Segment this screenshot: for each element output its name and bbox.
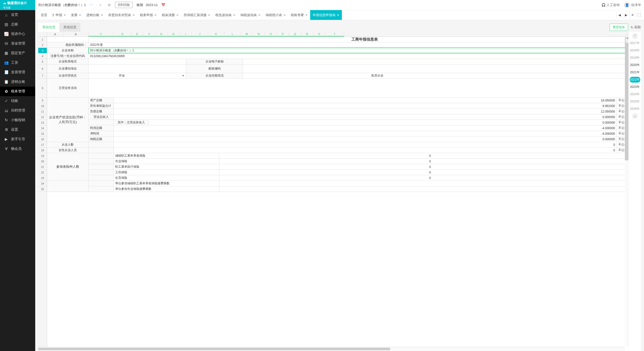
sidebar-item[interactable]: 🗂归档管理 [0,106,35,115]
contact-email-value[interactable] [243,59,641,64]
year-item[interactable]: 2024年 [630,91,640,97]
col-header[interactable]: D [114,32,131,37]
col-header[interactable]: I [180,32,192,37]
col-header[interactable]: B [63,32,89,37]
asset-value[interactable]: 9.992000 [114,103,617,109]
tab[interactable]: 税检专家✕ [288,10,310,20]
col-header[interactable]: E [131,32,143,37]
tabs-prev-button[interactable]: ◀ [616,12,622,18]
tab[interactable]: 税表清册✕ [159,10,181,20]
employee-count-value[interactable]: 0 [114,142,617,147]
inner-tab[interactable]: 其他信息 [59,23,80,32]
horizontal-scrollbar[interactable] [38,347,625,351]
sidebar-item[interactable]: ⛁资金管理 [0,39,35,48]
close-icon[interactable]: ✕ [258,13,261,17]
sidebar-item[interactable]: ⌂首页 [0,10,35,20]
reg-no-value[interactable]: 91320811MA7NGR2W6R [89,53,641,59]
col-header[interactable]: O [265,32,277,37]
gear-icon[interactable]: ⚙ [106,3,112,7]
sidebar-item[interactable]: 📋进销台账 [0,77,35,87]
tab[interactable]: 纟申报✕ [50,10,68,20]
asset-value[interactable]: 18.050000 [114,98,617,103]
close-icon[interactable]: ✕ [176,13,179,17]
company-name-cell[interactable]: 刘小艳演示账套（勿删勿动！）1 [89,48,641,53]
sidebar-item[interactable]: ✓结账 [0,96,35,106]
col-header[interactable]: J [192,32,208,37]
year-item[interactable]: 2021年 [630,69,640,75]
tabs-close-button[interactable]: ✕ [629,12,635,18]
col-header[interactable]: C [89,32,114,37]
inner-tab[interactable]: 基础信息 [38,23,59,32]
address-value[interactable] [89,64,186,73]
female-count-value[interactable]: 0 [114,148,617,153]
col-header[interactable]: K [208,32,224,37]
col-header[interactable]: G [155,32,168,37]
col-header[interactable]: S [313,32,325,37]
insurance-value[interactable]: 0 [219,159,641,164]
status-dropdown[interactable]: 开业▼ [89,73,186,78]
plus-icon[interactable]: ＋ [97,3,104,7]
select-all-corner[interactable] [38,32,47,37]
close-icon[interactable]: ✕ [337,13,339,17]
close-icon[interactable]: ✕ [233,13,235,17]
collapse-rail-button[interactable]: ◀ [626,33,629,43]
reset-report-button[interactable]: 重置报表 [610,24,628,31]
year-item[interactable]: 2026年 [630,106,640,112]
grid-body[interactable]: 工商年报信息表 税款所属期间： 2022年度 企业名称 刘小艳演示账套（勿删勿动… [47,37,641,347]
tab[interactable]: 发票✕ [68,10,84,20]
base-value[interactable]: 0.000000 [219,186,641,192]
year-item[interactable]: 2020年 [630,62,640,68]
base-value[interactable]: 0.000000 [219,181,641,186]
chevron-down-icon[interactable]: ﹀ [88,3,95,7]
sidebar-item[interactable]: 👥工资 [0,58,35,67]
account-selector[interactable]: 刘小艳演示账套（勿删勿动！）1 [38,3,86,7]
tab[interactable]: 存货别名对照表✕ [106,10,137,20]
sidebar-item[interactable]: 📈报表中心 [0,29,35,39]
tab[interactable]: 税务申报✕ [137,10,159,20]
close-icon[interactable]: ✕ [305,13,308,17]
user-menu[interactable]: 👤 徐泽华 [624,2,641,8]
tab[interactable]: 纳税波动表✕ [238,10,263,20]
col-header[interactable]: P [277,32,289,37]
close-icon[interactable]: ✕ [79,13,81,17]
postcode-value[interactable] [243,64,641,73]
sidebar-item[interactable]: ∀畅会员 [0,144,35,154]
insurance-value[interactable]: 0 [219,164,641,169]
close-icon[interactable]: ✕ [208,13,210,17]
sidebar-item[interactable]: ▶新手引导 [0,134,35,144]
tabs-next-button[interactable]: ▶ [623,12,629,18]
support-link[interactable]: 🎧 人工咨询 [601,3,620,7]
scroll-up-button[interactable]: ⌃ [632,33,638,39]
old-version-button[interactable]: 切到旧版 [115,2,133,8]
year-item[interactable]: 2018年 [630,48,640,53]
sidebar-item[interactable]: ↻小畅报销 [0,115,35,125]
sidebar-item[interactable]: ▤总账 [0,20,35,29]
col-header[interactable]: H [168,32,180,37]
tab[interactable]: 纳税统计表✕ [263,10,288,20]
insurance-value[interactable]: 0 [219,153,641,158]
insurance-value[interactable]: 0 [219,175,641,181]
close-icon[interactable]: ✕ [132,13,135,17]
contact-phone-value[interactable] [89,59,186,64]
tab[interactable]: 年报信息申报表✕ [310,10,342,20]
year-item[interactable]: 2017年 [630,40,640,46]
close-icon[interactable]: ✕ [154,13,157,17]
asset-value[interactable]: 0.000000 [114,114,617,120]
calendar-icon[interactable]: 📅 [161,3,165,7]
year-item[interactable]: 2019年 [630,55,640,61]
sidebar-item[interactable]: 🧾发票管理 [0,67,35,77]
asset-value[interactable]: 12.050000 [114,109,617,114]
tab[interactable]: 所得税汇算清缴✕ [181,10,213,20]
holding-dropdown[interactable]: 私营企业▼ [243,73,641,78]
close-icon[interactable]: ✕ [63,13,66,17]
col-header[interactable]: R [301,32,313,37]
asset-value[interactable]: 0.000000 [114,136,617,142]
col-header[interactable]: N [253,32,265,37]
year-item[interactable]: 2023年 [630,84,640,90]
col-header[interactable]: F [143,32,155,37]
asset-subvalue[interactable]: 0.000000 [149,120,617,125]
col-header[interactable]: Q [289,32,301,37]
col-header[interactable]: L [224,32,241,37]
sidebar-item[interactable]: ✿税务管理 [0,87,35,96]
tab[interactable]: 进销台账✕ [84,10,106,20]
